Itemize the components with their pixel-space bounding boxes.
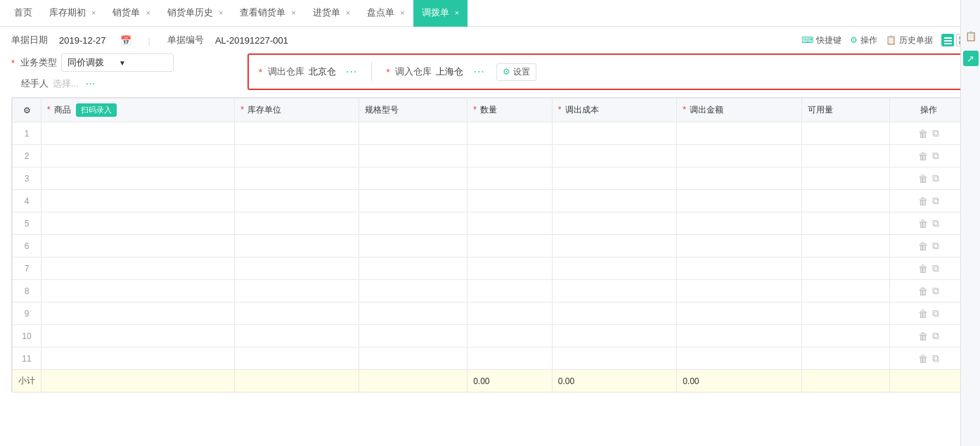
- delete-icon-5[interactable]: 🗑: [918, 218, 928, 229]
- tab-inventory-init-close[interactable]: ×: [91, 8, 96, 17]
- tab-sales-order-close[interactable]: ×: [146, 8, 150, 17]
- row-cost-4[interactable]: [552, 190, 676, 212]
- tab-sales-history[interactable]: 销货单历史 ×: [159, 0, 231, 27]
- row-spec-10[interactable]: [359, 325, 468, 348]
- row-product-5[interactable]: [41, 212, 235, 235]
- copy-icon-8[interactable]: ⧉: [932, 285, 939, 297]
- row-spec-8[interactable]: [359, 280, 468, 302]
- row-cost-1[interactable]: [552, 122, 676, 145]
- row-unit-3[interactable]: [235, 167, 359, 190]
- row-available-1[interactable]: [801, 122, 889, 145]
- row-cost-6[interactable]: [552, 235, 676, 257]
- row-qty-6[interactable]: [468, 235, 553, 257]
- row-cost-2[interactable]: [552, 145, 676, 167]
- row-amount-5[interactable]: [677, 212, 801, 235]
- row-product-11[interactable]: [41, 348, 235, 370]
- copy-icon-1[interactable]: ⧉: [932, 127, 939, 139]
- tab-home[interactable]: 首页: [6, 0, 41, 27]
- row-spec-7[interactable]: [359, 257, 468, 280]
- settings-button[interactable]: ⚙ 设置: [496, 63, 536, 81]
- scan-button[interactable]: 扫码录入: [76, 103, 117, 117]
- row-unit-11[interactable]: [235, 348, 359, 370]
- row-product-1[interactable]: [41, 122, 235, 145]
- row-spec-11[interactable]: [359, 348, 468, 370]
- row-product-6[interactable]: [41, 235, 235, 257]
- copy-icon-2[interactable]: ⧉: [932, 150, 939, 162]
- transfer-out-dots-icon[interactable]: ···: [346, 65, 357, 78]
- row-available-2[interactable]: [801, 145, 889, 167]
- sidebar-list-icon[interactable]: 📋: [963, 28, 979, 44]
- row-spec-2[interactable]: [359, 145, 468, 167]
- row-product-8[interactable]: [41, 280, 235, 302]
- delete-icon-1[interactable]: 🗑: [918, 128, 928, 139]
- tab-transfer[interactable]: 调拨单 ×: [413, 0, 468, 27]
- row-available-5[interactable]: [801, 212, 889, 235]
- row-qty-7[interactable]: [468, 257, 553, 280]
- shortcuts-button[interactable]: ⌨ 快捷键: [801, 34, 842, 46]
- delete-icon-2[interactable]: 🗑: [918, 151, 928, 162]
- row-product-3[interactable]: [41, 167, 235, 190]
- tab-view-sales-close[interactable]: ×: [291, 8, 295, 17]
- transfer-in-dots-icon[interactable]: ···: [473, 65, 484, 78]
- tab-sales-history-close[interactable]: ×: [219, 8, 223, 17]
- delete-icon-4[interactable]: 🗑: [918, 196, 928, 207]
- row-unit-6[interactable]: [235, 235, 359, 257]
- row-available-7[interactable]: [801, 257, 889, 280]
- row-spec-1[interactable]: [359, 122, 468, 145]
- row-qty-3[interactable]: [468, 167, 553, 190]
- copy-icon-5[interactable]: ⧉: [932, 217, 939, 229]
- list-view-icon[interactable]: [941, 34, 954, 46]
- row-product-9[interactable]: [41, 302, 235, 325]
- delete-icon-7[interactable]: 🗑: [918, 263, 928, 274]
- row-available-9[interactable]: [801, 302, 889, 325]
- row-amount-1[interactable]: [677, 122, 801, 145]
- row-available-3[interactable]: [801, 167, 889, 190]
- row-unit-4[interactable]: [235, 190, 359, 212]
- row-unit-5[interactable]: [235, 212, 359, 235]
- operations-button[interactable]: ⚙ 操作: [850, 34, 877, 46]
- row-unit-1[interactable]: [235, 122, 359, 145]
- row-cost-11[interactable]: [552, 348, 676, 370]
- row-amount-7[interactable]: [677, 257, 801, 280]
- row-qty-5[interactable]: [468, 212, 553, 235]
- row-available-6[interactable]: [801, 235, 889, 257]
- row-amount-2[interactable]: [677, 145, 801, 167]
- row-qty-1[interactable]: [468, 122, 553, 145]
- copy-icon-4[interactable]: ⧉: [932, 195, 939, 207]
- row-available-11[interactable]: [801, 348, 889, 370]
- copy-icon-10[interactable]: ⧉: [932, 330, 939, 342]
- row-amount-3[interactable]: [677, 167, 801, 190]
- row-qty-10[interactable]: [468, 325, 553, 348]
- tab-sales-order[interactable]: 销货单 ×: [104, 0, 158, 27]
- row-product-2[interactable]: [41, 145, 235, 167]
- table-gear-icon[interactable]: ⚙: [23, 106, 31, 115]
- row-available-8[interactable]: [801, 280, 889, 302]
- tab-transfer-close[interactable]: ×: [455, 8, 459, 17]
- row-unit-8[interactable]: [235, 280, 359, 302]
- row-qty-4[interactable]: [468, 190, 553, 212]
- delete-icon-3[interactable]: 🗑: [918, 173, 928, 184]
- tab-stocktake-close[interactable]: ×: [400, 8, 404, 17]
- delete-icon-6[interactable]: 🗑: [918, 241, 928, 252]
- row-amount-6[interactable]: [677, 235, 801, 257]
- copy-icon-7[interactable]: ⧉: [932, 262, 939, 274]
- th-settings[interactable]: ⚙: [13, 98, 41, 122]
- row-spec-3[interactable]: [359, 167, 468, 190]
- row-amount-4[interactable]: [677, 190, 801, 212]
- person-select[interactable]: 选择...: [53, 77, 79, 90]
- row-spec-6[interactable]: [359, 235, 468, 257]
- row-product-10[interactable]: [41, 325, 235, 348]
- sidebar-expand-icon[interactable]: ↗: [963, 51, 979, 66]
- row-amount-11[interactable]: [677, 348, 801, 370]
- row-product-7[interactable]: [41, 257, 235, 280]
- horizontal-scrollbar[interactable]: [13, 393, 968, 393]
- copy-icon-3[interactable]: ⧉: [932, 172, 939, 184]
- row-unit-7[interactable]: [235, 257, 359, 280]
- business-type-select[interactable]: 同价调拨 ▼: [61, 53, 174, 72]
- row-amount-9[interactable]: [677, 302, 801, 325]
- delete-icon-11[interactable]: 🗑: [918, 353, 928, 364]
- tab-stocktake[interactable]: 盘点单 ×: [359, 0, 413, 27]
- row-available-10[interactable]: [801, 325, 889, 348]
- row-cost-5[interactable]: [552, 212, 676, 235]
- row-product-4[interactable]: [41, 190, 235, 212]
